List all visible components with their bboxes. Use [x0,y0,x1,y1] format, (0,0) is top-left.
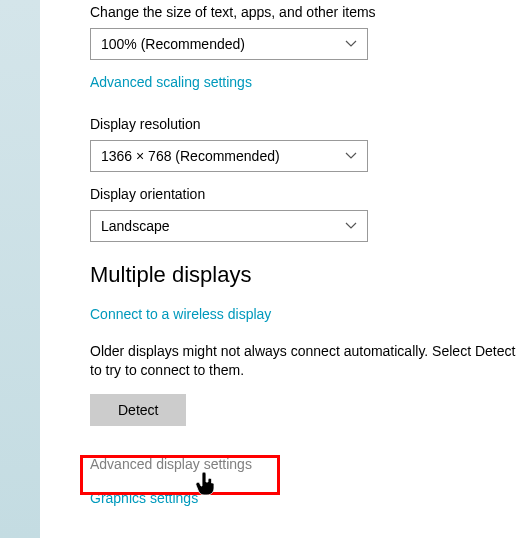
resolution-value: 1366 × 768 (Recommended) [101,148,280,164]
orientation-value: Landscape [101,218,170,234]
orientation-dropdown[interactable]: Landscape [90,210,368,242]
detect-info-text: Older displays might not always connect … [90,342,520,380]
orientation-label: Display orientation [90,186,521,202]
graphics-settings-link[interactable]: Graphics settings [90,490,198,506]
multiple-displays-heading: Multiple displays [90,262,521,288]
advanced-display-settings-link[interactable]: Advanced display settings [90,456,252,472]
advanced-scaling-link[interactable]: Advanced scaling settings [90,74,252,90]
chevron-down-icon [345,220,357,232]
wireless-display-link[interactable]: Connect to a wireless display [90,306,271,322]
detect-button[interactable]: Detect [90,394,186,426]
scale-label: Change the size of text, apps, and other… [90,4,521,20]
display-settings-panel: Change the size of text, apps, and other… [40,0,521,538]
chevron-down-icon [345,38,357,50]
sidebar-strip [0,0,40,538]
resolution-label: Display resolution [90,116,521,132]
chevron-down-icon [345,150,357,162]
resolution-dropdown[interactable]: 1366 × 768 (Recommended) [90,140,368,172]
scale-value: 100% (Recommended) [101,36,245,52]
scale-dropdown[interactable]: 100% (Recommended) [90,28,368,60]
